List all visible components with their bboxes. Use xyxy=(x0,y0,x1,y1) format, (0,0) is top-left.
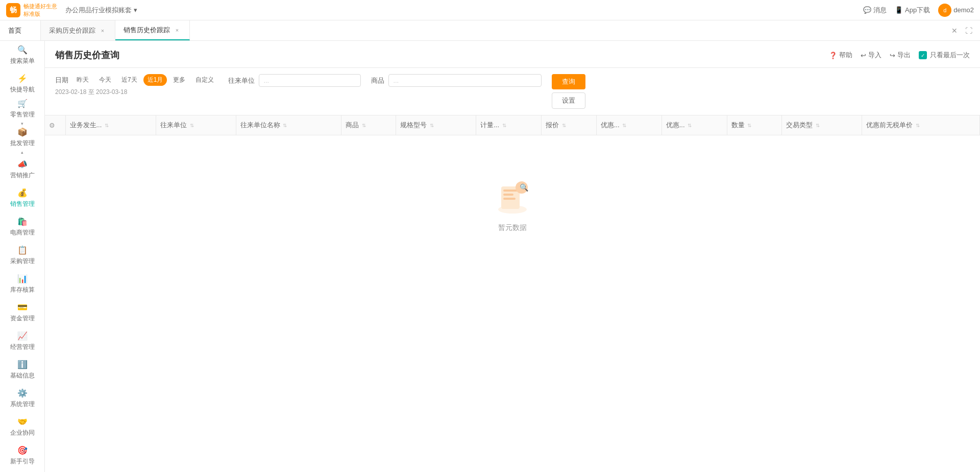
sidebar-item-marketing[interactable]: 📣 营销推广 xyxy=(0,155,44,184)
tab-purchase-history[interactable]: 采购历史价跟踪 × xyxy=(41,20,115,40)
sidebar-item-operations-mgmt[interactable]: 📈 经营管理 xyxy=(0,327,44,356)
sidebar-item-system-mgmt[interactable]: ⚙️ 系统管理 xyxy=(0,384,44,413)
date-opt-1month[interactable]: 近1月 xyxy=(143,74,167,86)
tab-bar: 首页 采购历史价跟踪 × 销售历史价跟踪 × ✕ ⛶ xyxy=(0,20,980,41)
top-bar: 畅 畅捷通好生意 标准版 办公用品行业模拟账套 ▾ 💬 消息 📱 App下载 d… xyxy=(0,0,980,20)
sidebar-item-app-center[interactable]: 📱 应用中心 xyxy=(0,470,44,472)
date-options: 昨天 今天 近7天 近1月 更多 自定义 xyxy=(72,74,218,86)
sidebar-item-inventory[interactable]: 📊 库存核算 xyxy=(0,270,44,298)
sidebar-item-purchase-mgmt[interactable]: 📋 采购管理 xyxy=(0,241,44,270)
partner-input-dots: ... xyxy=(263,77,269,84)
sort-icon-partner-name[interactable]: ⇅ xyxy=(283,123,287,128)
user-profile[interactable]: d demo2 xyxy=(938,4,974,17)
sidebar-item-basic-info[interactable]: ℹ️ 基础信息 xyxy=(0,356,44,384)
sort-icon-spec[interactable]: ⇅ xyxy=(430,123,434,128)
sidebar-item-label: 经营管理 xyxy=(10,343,35,351)
sidebar-item-label: 企业协同 xyxy=(10,429,35,437)
sidebar-item-label: 新手引导 xyxy=(10,457,35,466)
product-filter-input[interactable]: ... xyxy=(388,74,542,87)
sort-icon-partner-code[interactable]: ⇅ xyxy=(190,123,194,128)
tab-expand-button[interactable]: ⛶ xyxy=(964,26,974,36)
tab-sales-history[interactable]: 销售历史价跟踪 × xyxy=(115,20,190,40)
table-settings-icon[interactable]: ⚙ xyxy=(49,122,55,129)
tab-close-all-button[interactable]: ✕ xyxy=(949,26,960,36)
query-actions: 查询 设置 xyxy=(552,74,585,109)
sort-icon-unit[interactable]: ⇅ xyxy=(502,123,506,128)
top-bar-right: 💬 消息 📱 App下载 d demo2 xyxy=(863,4,974,17)
sales-mgmt-icon: 💰 xyxy=(17,188,28,198)
app-selector[interactable]: 办公用品行业模拟账套 ▾ xyxy=(61,4,141,17)
help-button[interactable]: ❓ 帮助 xyxy=(829,51,852,60)
tab-actions: ✕ ⛶ xyxy=(943,20,980,40)
sort-icon-product[interactable]: ⇅ xyxy=(362,123,366,128)
import-button[interactable]: ↩ 导入 xyxy=(861,51,881,60)
message-button[interactable]: 💬 消息 xyxy=(863,6,887,15)
data-table: ⚙ 业务发生... ⇅ 往来单位 ⇅ 往来单位名称 xyxy=(45,115,980,135)
top-bar-left: 畅 畅捷通好生意 标准版 办公用品行业模拟账套 ▾ xyxy=(6,3,141,17)
sidebar: 🔍 搜索菜单 ⚡ 快捷导航 🛒 零售管理 ▾ 📦 批发管理 ▴ 📣 营销推广 💰… xyxy=(0,41,45,472)
sidebar-item-search-menu[interactable]: 🔍 搜索菜单 xyxy=(0,41,44,69)
sidebar-item-retail-mgmt[interactable]: 🛒 零售管理 ▾ xyxy=(0,98,44,127)
import-icon: ↩ xyxy=(861,52,866,59)
sort-icon-discount1[interactable]: ⇅ xyxy=(622,123,626,128)
settings-button[interactable]: 设置 xyxy=(552,92,585,109)
page-header: 销售历史价查询 ❓ 帮助 ↩ 导入 ↪ 导出 ✓ xyxy=(45,41,980,68)
query-button[interactable]: 查询 xyxy=(552,74,585,89)
page-header-actions: ❓ 帮助 ↩ 导入 ↪ 导出 ✓ 只看最后一次 xyxy=(829,51,970,60)
date-opt-custom[interactable]: 自定义 xyxy=(191,74,218,86)
svg-rect-4 xyxy=(503,198,516,200)
export-icon: ↪ xyxy=(890,52,895,59)
tab-home[interactable]: 首页 xyxy=(0,20,41,40)
partner-filter-input[interactable]: ... xyxy=(259,74,361,87)
sort-icon-quote[interactable]: ⇅ xyxy=(562,123,566,128)
sidebar-item-label: 零售管理 xyxy=(10,110,35,119)
sort-icon-trade-type[interactable]: ⇅ xyxy=(816,123,820,128)
sidebar-item-finance-mgmt[interactable]: 💳 资金管理 xyxy=(0,298,44,327)
date-opt-today[interactable]: 今天 xyxy=(95,74,115,86)
only-last-checkbox[interactable]: ✓ xyxy=(919,51,927,59)
avatar: d xyxy=(938,4,951,17)
th-quote: 报价 ⇅ xyxy=(542,115,596,135)
sort-icon-pre-tax-price[interactable]: ⇅ xyxy=(916,123,920,128)
purchase-history-tab-close[interactable]: × xyxy=(99,27,107,35)
purchase-mgmt-icon: 📋 xyxy=(17,245,28,255)
date-filter-col: 日期 昨天 今天 近7天 近1月 更多 自定义 2023-02-18 至 202… xyxy=(55,74,218,97)
sidebar-item-enterprise-collab[interactable]: 🤝 企业协同 xyxy=(0,413,44,441)
sidebar-item-wholesale-mgmt[interactable]: 📦 批发管理 ▴ xyxy=(0,127,44,155)
th-partner-name: 往来单位名称 ⇅ xyxy=(236,115,341,135)
system-mgmt-icon: ⚙️ xyxy=(17,388,28,398)
date-opt-7days[interactable]: 近7天 xyxy=(117,74,141,86)
chevron-down-icon: ▾ xyxy=(21,121,23,126)
wholesale-mgmt-icon: 📦 xyxy=(17,127,28,137)
sidebar-item-sales-mgmt[interactable]: 💰 销售管理 xyxy=(0,184,44,213)
svg-rect-2 xyxy=(503,190,518,192)
partner-filter-label: 往来单位 xyxy=(228,76,255,85)
sidebar-item-label: 基础信息 xyxy=(10,371,35,380)
product-input-dots: ... xyxy=(393,77,399,84)
empty-state: 🔍 暂元数据 xyxy=(45,135,980,273)
sidebar-item-ecommerce-mgmt[interactable]: 🛍️ 电商管理 xyxy=(0,213,44,241)
partner-filter-group: 往来单位 ... xyxy=(228,74,361,87)
date-opt-more[interactable]: 更多 xyxy=(169,74,189,86)
sidebar-item-label: 库存核算 xyxy=(10,286,35,294)
th-biz-date: 业务发生... ⇅ xyxy=(65,115,156,135)
th-settings: ⚙ xyxy=(45,115,65,135)
filter-row: 日期 昨天 今天 近7天 近1月 更多 自定义 2023-02-18 至 202… xyxy=(55,74,585,109)
enterprise-collab-icon: 🤝 xyxy=(17,417,28,427)
date-opt-yesterday[interactable]: 昨天 xyxy=(72,74,93,86)
th-pre-tax-price: 优惠前无税单价 ⇅ xyxy=(862,115,980,135)
sort-icon-discount2[interactable]: ⇅ xyxy=(688,123,692,128)
export-button[interactable]: ↪ 导出 xyxy=(890,51,911,60)
app-download-button[interactable]: 📱 App下载 xyxy=(895,6,930,15)
content-area: 销售历史价查询 ❓ 帮助 ↩ 导入 ↪ 导出 ✓ xyxy=(45,41,980,472)
sidebar-item-quick-nav[interactable]: ⚡ 快捷导航 xyxy=(0,69,44,98)
sidebar-item-beginner-guide[interactable]: 🎯 新手引导 xyxy=(0,441,44,470)
search-menu-icon: 🔍 xyxy=(17,45,28,55)
sort-icon-quantity[interactable]: ⇅ xyxy=(747,123,751,128)
sort-icon-biz-date[interactable]: ⇅ xyxy=(105,123,109,128)
only-last-checkbox-area[interactable]: ✓ 只看最后一次 xyxy=(919,51,970,60)
help-icon: ❓ xyxy=(829,52,837,59)
sales-history-tab-close[interactable]: × xyxy=(173,26,181,34)
sidebar-item-label: 销售管理 xyxy=(10,200,35,208)
inventory-icon: 📊 xyxy=(17,274,28,284)
